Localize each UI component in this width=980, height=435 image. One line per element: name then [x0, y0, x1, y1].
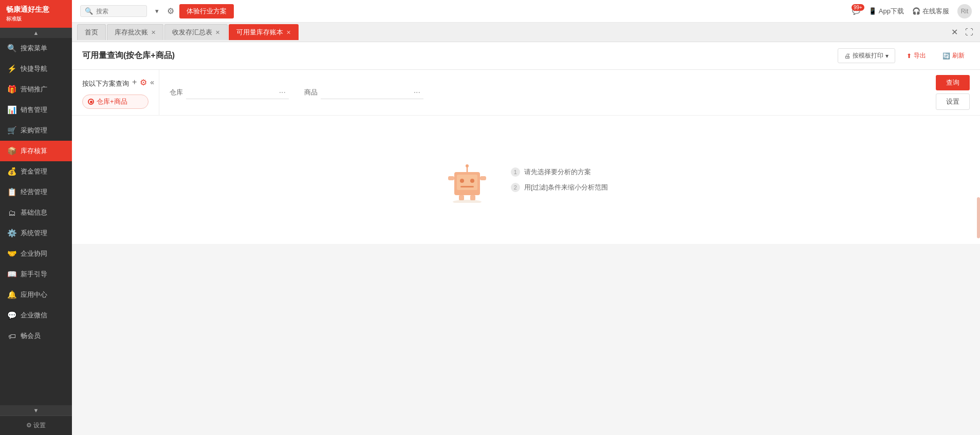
phone-icon: 📱 [868, 7, 877, 15]
sidebar-item-operations[interactable]: 📋经营管理 [0, 182, 72, 202]
hint-item-2: 2 用[过滤]条件来缩小分析范围 [511, 183, 608, 192]
topbar-dropdown[interactable]: ▾ [152, 6, 162, 16]
tab-close-receipt-summary[interactable]: ✕ [215, 29, 220, 36]
product-filter-field: 商品 ··· [304, 86, 423, 99]
topbar-gear-icon[interactable]: ⚙ [167, 6, 174, 16]
app-download-link[interactable]: 📱 App下载 [868, 7, 904, 16]
logo-title: 畅康通好生意 [6, 5, 66, 14]
settings-button[interactable]: 设置 [936, 93, 970, 110]
user-avatar[interactable]: Rit [957, 4, 972, 18]
quick-nav-icon: ⚡ [7, 64, 16, 73]
sidebar-item-app-center[interactable]: 🔔应用中心 [0, 285, 72, 305]
add-scheme-button[interactable]: + [132, 76, 137, 88]
sidebar-logo: 畅康通好生意 标准版 [0, 0, 72, 28]
sidebar-item-finance[interactable]: 💰资金管理 [0, 161, 72, 182]
sidebar-item-label-search: 搜索菜单 [21, 44, 47, 53]
sidebar-menu: 🔍搜索菜单⚡快捷导航🎁营销推广📊销售管理🛒采购管理📦库存核算💰资金管理📋经营管理… [0, 38, 72, 405]
empty-state-content: 1 请先选择要分析的方案 2 用[过滤]条件来缩小分析范围 [444, 157, 608, 203]
right-scrollbar-hint[interactable] [977, 197, 980, 238]
search-icon: 🔍 [85, 7, 93, 15]
product-input[interactable] [324, 88, 414, 96]
warehouse-input[interactable] [189, 88, 279, 96]
svg-rect-9 [459, 195, 464, 200]
sidebar-item-member[interactable]: 🏷畅会员 [0, 326, 72, 346]
sidebar-item-label-app-center: 应用中心 [21, 290, 47, 299]
sidebar-item-label-purchase: 采购管理 [21, 126, 47, 135]
sidebar-item-purchase[interactable]: 🛒采购管理 [0, 120, 72, 141]
filter-scheme-label: 按以下方案查询 [82, 76, 129, 88]
sidebar-item-label-quick-nav: 快捷导航 [21, 64, 47, 73]
sidebar-item-label-newbie: 新手引导 [21, 270, 47, 279]
system-icon: ⚙️ [7, 229, 16, 238]
logo-sub: 标准版 [6, 15, 66, 23]
basic-icon: 🗂 [7, 209, 16, 217]
page-content: 可用量查询(按仓库+商品) 🖨 按模板打印 ▾ ⬆ 导出 🔄 刷新 [72, 42, 980, 435]
print-button[interactable]: 🖨 按模板打印 ▾ [838, 48, 895, 63]
sidebar-item-sales[interactable]: 📊销售管理 [0, 100, 72, 120]
sidebar-item-label-member: 畅会员 [21, 331, 41, 341]
tab-close-available-ledger[interactable]: ✕ [286, 29, 291, 36]
sidebar-item-marketing[interactable]: 🎁营销推广 [0, 79, 72, 100]
tab-close-batch-ledger[interactable]: ✕ [151, 29, 156, 36]
sidebar: 畅康通好生意 标准版 ▲ 🔍搜索菜单⚡快捷导航🎁营销推广📊销售管理🛒采购管理📦库… [0, 0, 72, 435]
sidebar-item-basic[interactable]: 🗂基础信息 [0, 202, 72, 223]
refresh-button[interactable]: 🔄 刷新 [937, 49, 970, 63]
page-title: 可用量查询(按仓库+商品) [82, 50, 175, 61]
product-more-button[interactable]: ··· [414, 88, 420, 97]
online-service-link[interactable]: 🎧 在线客服 [912, 7, 949, 16]
sidebar-item-label-inventory: 库存核算 [21, 146, 47, 156]
sidebar-item-label-basic: 基础信息 [21, 208, 47, 217]
svg-rect-1 [457, 175, 477, 190]
tabbar: 首页 库存批次账 ✕ 收发存汇总表 ✕ 可用量库存账本 ✕ ✕ ⛶ [72, 23, 980, 42]
sidebar-item-system[interactable]: ⚙️系统管理 [0, 223, 72, 243]
sidebar-item-label-enterprise: 企业协同 [21, 249, 47, 258]
printer-icon: 🖨 [844, 52, 850, 60]
scheme-collapse-button[interactable]: « [150, 78, 154, 86]
sidebar-item-newbie[interactable]: 📖新手引导 [0, 264, 72, 285]
export-button[interactable]: ⬆ 导出 [901, 49, 931, 63]
sidebar-scroll-down[interactable]: ▼ [0, 405, 72, 415]
empty-hints: 1 请先选择要分析的方案 2 用[过滤]条件来缩小分析范围 [511, 167, 608, 192]
tab-close-button[interactable]: ✕ [950, 26, 959, 39]
topbar: 🔍 ▾ ⚙ 体验行业方案 💬 99+ 📱 App下载 🎧 在线客服 Rit [72, 0, 980, 23]
sidebar-bottom: ⚙ 设置 [0, 415, 72, 435]
hint-number-1: 1 [511, 167, 520, 177]
svg-point-6 [466, 164, 469, 167]
tab-receipt-summary[interactable]: 收发存汇总表 ✕ [164, 24, 228, 40]
svg-point-11 [453, 200, 482, 203]
message-badge: 99+ [852, 4, 864, 11]
sidebar-item-search[interactable]: 🔍搜索菜单 [0, 38, 72, 59]
tab-home[interactable]: 首页 [77, 24, 106, 40]
sidebar-item-quick-nav[interactable]: ⚡快捷导航 [0, 59, 72, 79]
topbar-search[interactable]: 🔍 [80, 5, 147, 17]
sidebar-item-wechat[interactable]: 💬企业微信 [0, 305, 72, 326]
tabbar-actions: ✕ ⛶ [950, 26, 975, 39]
main-area: 🔍 ▾ ⚙ 体验行业方案 💬 99+ 📱 App下载 🎧 在线客服 Rit [72, 0, 980, 435]
scheme-warehouse-product[interactable]: 仓库+商品 [82, 94, 149, 109]
print-dropdown-icon: ▾ [885, 52, 889, 60]
marketing-icon: 🎁 [7, 85, 16, 94]
sidebar-scroll-up[interactable]: ▲ [0, 28, 72, 38]
headset-icon: 🎧 [912, 7, 920, 15]
search-input[interactable] [96, 8, 137, 15]
hint-text-2: 用[过滤]条件来缩小分析范围 [524, 183, 608, 192]
warehouse-more-button[interactable]: ··· [279, 88, 286, 97]
hint-item-1: 1 请先选择要分析的方案 [511, 167, 608, 177]
svg-point-3 [470, 179, 474, 183]
page-header: 可用量查询(按仓库+商品) 🖨 按模板打印 ▾ ⬆ 导出 🔄 刷新 [72, 42, 980, 70]
sidebar-item-label-operations: 经营管理 [21, 187, 47, 197]
empty-state: 1 请先选择要分析的方案 2 用[过滤]条件来缩小分析范围 [72, 116, 980, 244]
query-button[interactable]: 查询 [936, 75, 970, 90]
sidebar-item-inventory[interactable]: 📦库存核算 [0, 141, 72, 161]
hint-number-2: 2 [511, 183, 520, 192]
tab-maximize-button[interactable]: ⛶ [964, 26, 975, 39]
app-center-icon: 🔔 [7, 290, 16, 299]
export-icon: ⬆ [907, 52, 912, 60]
sidebar-item-enterprise[interactable]: 🤝企业协同 [0, 243, 72, 264]
scheme-settings-button[interactable]: ⚙ [140, 76, 147, 88]
message-icon-wrapper[interactable]: 💬 99+ [852, 7, 860, 15]
industry-solution-button[interactable]: 体验行业方案 [179, 4, 234, 18]
enterprise-icon: 🤝 [7, 249, 16, 258]
tab-batch-ledger[interactable]: 库存批次账 ✕ [107, 24, 163, 40]
tab-available-ledger[interactable]: 可用量库存账本 ✕ [229, 24, 299, 40]
